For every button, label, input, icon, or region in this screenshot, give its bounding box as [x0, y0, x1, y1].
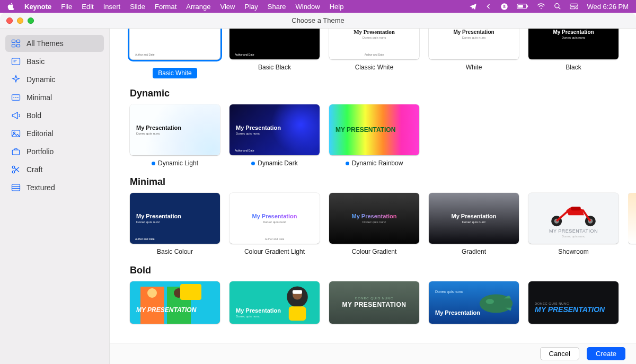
theme-scroll-area[interactable]: My Presentation Donec quis nunc Author a… [110, 29, 636, 343]
theme-dynamic-light[interactable]: My Presentation Donec quis nunc Dynamic … [130, 104, 220, 167]
menu-file[interactable]: File [61, 3, 72, 11]
control-center-icon[interactable] [570, 3, 578, 10]
svg-point-25 [12, 166, 15, 168]
theme-bold-1[interactable]: MY PRESENTATION [130, 281, 220, 324]
svg-point-21 [17, 97, 19, 98]
thumb-sub: Donec quis nunc [236, 315, 320, 318]
menu-window[interactable]: Window [295, 3, 320, 11]
theme-label: Classic White [329, 64, 419, 71]
svg-point-20 [15, 97, 16, 98]
theme-dynamic-rainbow[interactable]: MY PRESENTATION Dynamic Rainbow [329, 104, 419, 167]
menu-edit[interactable]: Edit [82, 3, 93, 11]
theme-bold-2[interactable]: My Presentation Donec quis nunc [229, 281, 320, 324]
svg-rect-14 [17, 45, 20, 47]
svg-rect-45 [293, 290, 302, 294]
theme-partial-next[interactable] [628, 193, 636, 255]
svg-line-27 [14, 168, 19, 172]
svg-line-7 [559, 7, 561, 10]
dialog-footer: Cancel Create [110, 343, 636, 364]
mac-menubar: Keynote File Edit Insert Slide Format Ar… [0, 0, 636, 13]
theme-bold-4[interactable]: Donec quis nunc My Presentation [429, 281, 519, 324]
sidebar-item-label: Bold [26, 111, 41, 120]
svg-rect-8 [570, 4, 578, 6]
sidebar-item-label: Dynamic [26, 75, 55, 84]
thumb-title: My Presentation [435, 309, 519, 316]
menu-play[interactable]: Play [244, 3, 258, 11]
svg-line-28 [14, 167, 19, 172]
svg-rect-36 [571, 207, 580, 210]
theme-label: Showroom [528, 248, 619, 255]
battery-icon[interactable] [517, 3, 528, 10]
section-title-minimal: Minimal [130, 176, 636, 188]
menu-format[interactable]: Format [155, 3, 176, 11]
sidebar-item-label: Minimal [26, 93, 52, 102]
menu-slide[interactable]: Slide [130, 3, 145, 11]
svg-rect-12 [17, 40, 20, 42]
theme-label: Basic White [153, 68, 197, 78]
svg-rect-29 [12, 184, 20, 191]
animated-dot-icon [251, 162, 255, 165]
telegram-icon[interactable] [469, 3, 477, 11]
sidebar-item-minimal[interactable]: Minimal [5, 89, 104, 106]
theme-white[interactable]: My Presentation Donec quis nunc White [429, 29, 519, 78]
sidebar-item-dynamic[interactable]: Dynamic [5, 71, 104, 88]
theme-gradient[interactable]: My Presentation Donec quis nunc Gradient [429, 193, 519, 255]
sidebar-item-label: Craft [26, 165, 42, 174]
spotlight-search-icon[interactable] [554, 3, 561, 10]
sidebar: All Themes Basic Dynamic Minimal Bold Ed… [0, 29, 110, 364]
svg-point-19 [13, 97, 14, 98]
svg-point-5 [541, 8, 542, 9]
theme-basic-black[interactable]: My Presentation Donec quis nunc Author a… [229, 29, 320, 78]
menu-share[interactable]: Share [268, 3, 286, 11]
sidebar-item-textured[interactable]: Textured [5, 179, 104, 196]
menu-insert[interactable]: Insert [103, 3, 121, 11]
menu-arrange[interactable]: Arrange [186, 3, 210, 11]
thumb-title: My Presentation [352, 213, 397, 219]
sidebar-item-all-themes[interactable]: All Themes [5, 35, 104, 52]
menu-help[interactable]: Help [330, 3, 344, 11]
wifi-icon[interactable] [537, 3, 545, 10]
create-button[interactable]: Create [587, 347, 625, 360]
theme-chooser-window: Choose a Theme All Themes Basic Dynamic … [0, 13, 636, 364]
sidebar-item-bold[interactable]: Bold [5, 107, 104, 124]
theme-label: Colour Gradient Light [229, 248, 320, 255]
chevron-left-icon[interactable] [485, 3, 492, 10]
texture-icon [11, 182, 21, 193]
thumb-title: My Presentation [354, 29, 395, 35]
theme-bold-5[interactable]: DONEC QUIS NUNC MY PRESENTATION [528, 281, 619, 324]
menu-view[interactable]: View [220, 3, 235, 11]
slide-icon [11, 56, 21, 67]
sidebar-item-editorial[interactable]: Editorial [5, 125, 104, 142]
theme-classic-white[interactable]: My Presentation Donec quis nunc Author a… [329, 29, 419, 78]
apple-logo-icon[interactable] [7, 3, 15, 10]
svg-point-6 [555, 4, 559, 8]
window-title: Choose a Theme [0, 16, 636, 24]
theme-bold-3[interactable]: DONEC QUIS NUNC MY PRESENTATION [329, 281, 419, 324]
theme-basic-white[interactable]: My Presentation Donec quis nunc Author a… [130, 29, 220, 78]
svg-rect-9 [570, 7, 575, 9]
sidebar-item-basic[interactable]: Basic [5, 53, 104, 70]
sidebar-item-label: Basic [26, 57, 45, 66]
cancel-button[interactable]: Cancel [540, 347, 579, 360]
sidebar-item-craft[interactable]: Craft [5, 161, 104, 178]
theme-dynamic-dark[interactable]: My Presentation Donec quis nunc Author a… [229, 104, 320, 167]
thumb-title: My Presentation [136, 125, 220, 131]
thumb-author: Author and Date [235, 53, 254, 56]
skype-icon[interactable]: S [500, 3, 508, 11]
svg-point-10 [576, 7, 578, 9]
theme-black[interactable]: My Presentation Donec quis nunc Black [528, 29, 619, 78]
menubar-clock[interactable]: Wed 6:26 PM [587, 3, 629, 11]
svg-point-40 [147, 288, 157, 298]
thumb-sub: Donec quis nunc [435, 290, 519, 294]
thumb-author: Author and Date [135, 237, 154, 241]
theme-showroom[interactable]: MY PRESENTATION Donec quis nunc Showroom [528, 193, 619, 255]
theme-colour-gradient[interactable]: My Presentation Donec quis nunc Colour G… [329, 193, 419, 255]
animated-dot-icon [346, 162, 349, 165]
theme-colour-gradient-light[interactable]: My Presentation Donec quis nunc Author a… [229, 193, 320, 255]
thumb-title: My Presentation [136, 213, 220, 219]
sidebar-item-portfolio[interactable]: Portfolio [5, 143, 104, 160]
app-name[interactable]: Keynote [24, 3, 51, 11]
thumb-title: MY PRESENTATION [342, 301, 407, 308]
theme-label: Gradient [429, 248, 519, 255]
theme-basic-colour[interactable]: My Presentation Donec quis nunc Author a… [130, 193, 220, 255]
